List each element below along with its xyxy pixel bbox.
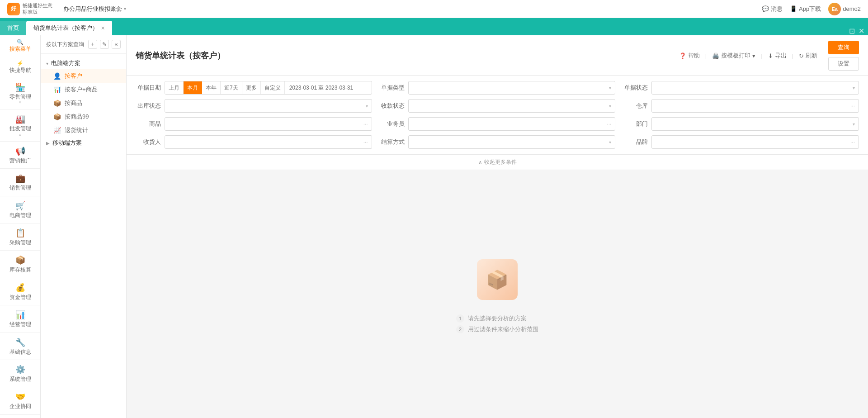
sidebar-item-finance[interactable]: 💰 资金管理 bbox=[0, 278, 40, 305]
brand-select[interactable]: ··· bbox=[651, 135, 859, 149]
date-current-month[interactable]: 本月 bbox=[184, 81, 202, 94]
tab-home[interactable]: 首页 bbox=[0, 21, 26, 35]
sidebar-item-sales[interactable]: 💼 销售管理 bbox=[0, 169, 40, 196]
dept-select[interactable]: ▾ bbox=[651, 117, 859, 131]
workspace-selector[interactable]: 办公用品行业模拟账套 ▾ bbox=[63, 5, 126, 13]
mobile-expand-icon: ▶ bbox=[46, 141, 50, 146]
sidebar-item-system[interactable]: ⚙️ 系统管理 bbox=[0, 360, 40, 387]
search-icon: 🔍 bbox=[17, 39, 24, 45]
scheme-group-desktop[interactable]: ▾ 电脑端方案 bbox=[41, 57, 126, 69]
salesperson-select[interactable]: ··· bbox=[408, 117, 616, 131]
sidebar-item-purchase[interactable]: 📋 采购管理 bbox=[0, 223, 40, 251]
date-last-month[interactable]: 上月 bbox=[165, 81, 184, 94]
scheme-add-button[interactable]: + bbox=[88, 40, 97, 49]
date-current-year[interactable]: 本年 bbox=[202, 81, 221, 94]
filter-receive-status: 收款状态 ▾ bbox=[379, 99, 616, 113]
basic-icon: 🔧 bbox=[15, 337, 25, 347]
tab-close-button[interactable]: ✕ bbox=[101, 25, 105, 31]
sidebar-item-search-menu[interactable]: 🔍 搜索菜单 bbox=[0, 35, 40, 57]
template-print-arrow: ▾ bbox=[752, 52, 755, 59]
ecommerce-icon: 🛒 bbox=[15, 201, 25, 211]
restore-window-button[interactable]: ⊡ bbox=[849, 27, 855, 35]
template-print-button[interactable]: 🖨️ 按模板打印 ▾ bbox=[712, 52, 755, 60]
workspace-chevron: ▾ bbox=[124, 6, 126, 11]
receive-status-select[interactable]: ▾ bbox=[408, 99, 616, 113]
filter-doc-type: 单据类型 ▾ bbox=[379, 81, 616, 95]
sidebar-item-quick-nav[interactable]: ⚡ 快捷导航 bbox=[0, 57, 40, 78]
scheme-collapse-button[interactable]: « bbox=[112, 40, 121, 49]
date-range-display: 2023-03-01 至 2023-03-31 bbox=[285, 84, 372, 92]
sidebar-item-enterprise[interactable]: 🤝 企业协同 bbox=[0, 387, 40, 414]
salesperson-label: 业务员 bbox=[379, 120, 405, 128]
expand-icon: ▾ bbox=[46, 61, 48, 66]
scheme-item-by-goods99[interactable]: 📦 按商品99 bbox=[41, 110, 126, 124]
payment-label: 结算方式 bbox=[379, 138, 405, 146]
sidebar: 🔍 搜索菜单 ⚡ 快捷导航 🏪 零售管理 ▾ 🏭 批发管理 ▴ 📢 营销推广 💼… bbox=[0, 35, 41, 418]
report-tab-label: 销货单统计表（按客户） bbox=[33, 24, 98, 32]
out-status-label: 出库状态 bbox=[136, 102, 161, 110]
brand-label: 品牌 bbox=[623, 138, 648, 146]
scheme-item-return-stats[interactable]: 📈 退货统计 bbox=[41, 124, 126, 137]
filter-row-1: 单据日期 上月 本月 本年 近7天 bbox=[136, 81, 859, 95]
sidebar-item-retail[interactable]: 🏪 零售管理 ▾ bbox=[0, 78, 40, 109]
scheme-panel: 按以下方案查询 + ✎ « ▾ 电脑端方案 bbox=[41, 35, 127, 418]
date-filter: 上月 本月 本年 近7天 更多 bbox=[165, 81, 372, 95]
message-button[interactable]: 💬 消息 bbox=[762, 5, 783, 13]
doc-status-select[interactable]: ▾ bbox=[651, 81, 859, 95]
settings-button[interactable]: 设置 bbox=[828, 57, 859, 71]
collapse-label: 收起更多条件 bbox=[484, 158, 517, 166]
date-last7[interactable]: 近7天 bbox=[221, 81, 242, 94]
receiver-select[interactable]: ··· bbox=[165, 135, 372, 149]
operations-icon: 📊 bbox=[15, 310, 25, 320]
refresh-button[interactable]: ↻ 刷新 bbox=[799, 52, 817, 60]
filter-payment: 结算方式 ▾ bbox=[379, 135, 616, 149]
logo-area: 好 畅捷通好生意 标准版 bbox=[7, 3, 52, 15]
scheme-item-by-customer-goods[interactable]: 📊 按客户+商品 bbox=[41, 83, 126, 96]
goods-select[interactable]: ··· bbox=[165, 117, 372, 131]
scheme-item-by-goods[interactable]: 📦 按商品 bbox=[41, 96, 126, 110]
doc-status-label: 单据状态 bbox=[623, 84, 648, 92]
header-left: 好 畅捷通好生意 标准版 办公用品行业模拟账套 ▾ bbox=[7, 3, 126, 15]
sidebar-item-operations[interactable]: 📊 经营管理 bbox=[0, 305, 40, 332]
group-mobile-label: 移动端方案 bbox=[52, 139, 82, 147]
item-goods99-label: 按商品99 bbox=[65, 113, 89, 121]
sidebar-item-inventory[interactable]: 📦 库存核算 bbox=[0, 251, 40, 278]
sidebar-item-guide[interactable]: 🎯 新手引导 bbox=[0, 415, 40, 418]
empty-hints: 1 请先选择要分析的方案 2 用过滤条件来缩小分析范围 bbox=[456, 314, 538, 333]
warehouse-select[interactable]: ··· bbox=[651, 99, 859, 113]
app-download-button[interactable]: 📱 App下载 bbox=[790, 5, 821, 13]
scheme-group-mobile[interactable]: ▶ 移动端方案 bbox=[41, 137, 126, 149]
tab-report[interactable]: 销货单统计表（按客户） ✕ bbox=[26, 21, 112, 35]
sidebar-item-ecommerce[interactable]: 🛒 电商管理 bbox=[0, 196, 40, 223]
collapse-button[interactable]: ∧ 收起更多条件 bbox=[473, 157, 522, 167]
sales-icon: 💼 bbox=[15, 173, 25, 183]
date-more[interactable]: 更多 bbox=[242, 81, 261, 94]
empty-hint-2: 2 用过滤条件来缩小分析范围 bbox=[456, 325, 538, 333]
user-area[interactable]: Ea demo2 bbox=[828, 3, 861, 15]
close-window-button[interactable]: ✕ bbox=[859, 27, 864, 35]
doc-type-select[interactable]: ▾ bbox=[408, 81, 616, 95]
empty-illustration bbox=[470, 255, 524, 309]
sidebar-item-marketing[interactable]: 📢 营销推广 bbox=[0, 142, 40, 169]
help-button[interactable]: ❓ 帮助 bbox=[679, 52, 700, 60]
scheme-edit-button[interactable]: ✎ bbox=[100, 40, 109, 49]
query-button[interactable]: 查询 bbox=[828, 41, 859, 54]
payment-select[interactable]: ▾ bbox=[408, 135, 616, 149]
goods99-icon: 📦 bbox=[53, 113, 61, 120]
hint-num-2: 2 bbox=[456, 325, 464, 333]
item-goods-label: 按商品 bbox=[65, 99, 82, 107]
filter-receiver: 收货人 ··· bbox=[136, 135, 372, 149]
warehouse-label: 仓库 bbox=[623, 102, 648, 110]
content-area: 按以下方案查询 + ✎ « ▾ 电脑端方案 bbox=[41, 35, 868, 418]
date-custom[interactable]: 自定义 bbox=[261, 81, 285, 94]
empty-hint-1: 1 请先选择要分析的方案 bbox=[456, 314, 538, 323]
template-print-label: 按模板打印 bbox=[721, 52, 750, 60]
filter-salesperson: 业务员 ··· bbox=[379, 117, 616, 131]
out-status-select[interactable]: ▾ bbox=[165, 99, 372, 113]
sidebar-item-wholesale[interactable]: 🏭 批发管理 ▴ bbox=[0, 109, 40, 141]
scheme-header: 按以下方案查询 + ✎ « bbox=[41, 35, 126, 54]
sidebar-item-basic[interactable]: 🔧 基础信息 bbox=[0, 333, 40, 360]
export-button[interactable]: ⬇ 导出 bbox=[768, 52, 787, 60]
hint-num-1: 1 bbox=[456, 314, 464, 323]
scheme-item-by-customer[interactable]: 👤 按客户 bbox=[41, 69, 126, 83]
